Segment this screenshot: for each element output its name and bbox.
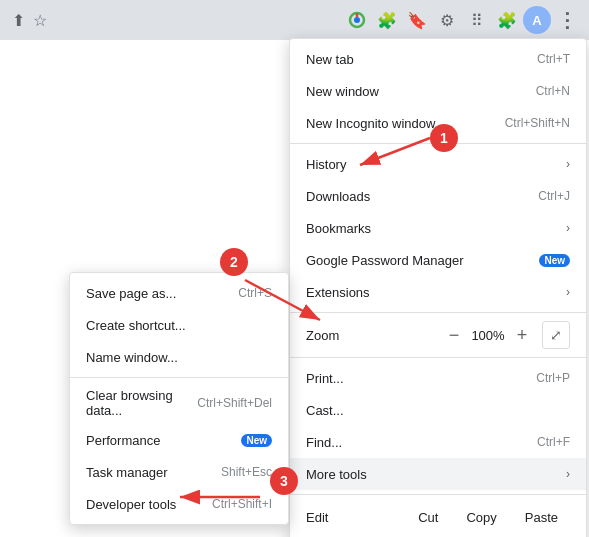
new-window-item[interactable]: New window Ctrl+N [290, 75, 586, 107]
browser-bar: ⬆ ☆ 🧩 🔖 ⚙ ⠿ 🧩 A ⋮ [0, 0, 589, 40]
history-item[interactable]: History › [290, 148, 586, 180]
performance-item[interactable]: Performance New [70, 424, 288, 456]
task-manager-item[interactable]: Task manager Shift+Esc [70, 456, 288, 488]
separator-2 [290, 312, 586, 313]
separator-4 [290, 494, 586, 495]
star-icon[interactable]: ☆ [30, 10, 50, 30]
puzzle-icon[interactable]: 🧩 [373, 6, 401, 34]
developer-tools-item[interactable]: Developer tools Ctrl+Shift+I [70, 488, 288, 520]
cut-button[interactable]: Cut [406, 506, 450, 529]
bookmark-icon[interactable]: 🔖 [403, 6, 431, 34]
svg-point-1 [354, 17, 360, 23]
chevron-right-icon: › [566, 157, 570, 171]
new-tab-item[interactable]: New tab Ctrl+T [290, 43, 586, 75]
paste-button[interactable]: Paste [513, 506, 570, 529]
edit-row: Edit Cut Copy Paste [290, 499, 586, 535]
chrome-icon[interactable] [343, 6, 371, 34]
downloads-item[interactable]: Downloads Ctrl+J [290, 180, 586, 212]
more-tools-item[interactable]: More tools › [290, 458, 586, 490]
more-tools-separator [70, 377, 288, 378]
save-page-as-item[interactable]: Save page as... Ctrl+S [70, 277, 288, 309]
bookmarks-item[interactable]: Bookmarks › [290, 212, 586, 244]
chevron-right-icon: › [566, 467, 570, 481]
apps-icon[interactable]: ⠿ [463, 6, 491, 34]
gear-icon[interactable]: ⚙ [433, 6, 461, 34]
zoom-row: Zoom − 100% + ⤢ [290, 317, 586, 353]
chevron-right-icon: › [566, 221, 570, 235]
clear-browsing-data-item[interactable]: Clear browsing data... Ctrl+Shift+Del [70, 382, 288, 424]
more-button[interactable]: ⋮ [553, 6, 581, 34]
chevron-right-icon: › [566, 285, 570, 299]
find-item[interactable]: Find... Ctrl+F [290, 426, 586, 458]
more-tools-submenu: Save page as... Ctrl+S Create shortcut..… [69, 272, 289, 525]
share-icon[interactable]: ⬆ [8, 10, 28, 30]
annotation-2: 2 [220, 248, 248, 276]
new-badge: New [241, 434, 272, 447]
fullscreen-button[interactable]: ⤢ [542, 321, 570, 349]
annotation-3: 3 [270, 467, 298, 495]
extensions-item[interactable]: Extensions › [290, 276, 586, 308]
zoom-controls: − 100% + ⤢ [440, 321, 570, 349]
annotation-1: 1 [430, 124, 458, 152]
toolbar-right: 🧩 🔖 ⚙ ⠿ 🧩 A ⋮ [343, 6, 581, 34]
chrome-menu: New tab Ctrl+T New window Ctrl+N New Inc… [289, 38, 587, 537]
password-manager-item[interactable]: Google Password Manager New [290, 244, 586, 276]
zoom-out-button[interactable]: − [440, 321, 468, 349]
name-window-item[interactable]: Name window... [70, 341, 288, 373]
print-item[interactable]: Print... Ctrl+P [290, 362, 586, 394]
toolbar-left: ⬆ ☆ [8, 10, 50, 30]
create-shortcut-item[interactable]: Create shortcut... [70, 309, 288, 341]
extensions-icon[interactable]: 🧩 [493, 6, 521, 34]
copy-button[interactable]: Copy [454, 506, 508, 529]
cast-item[interactable]: Cast... [290, 394, 586, 426]
avatar[interactable]: A [523, 6, 551, 34]
separator-3 [290, 357, 586, 358]
new-badge: New [539, 254, 570, 267]
zoom-in-button[interactable]: + [508, 321, 536, 349]
